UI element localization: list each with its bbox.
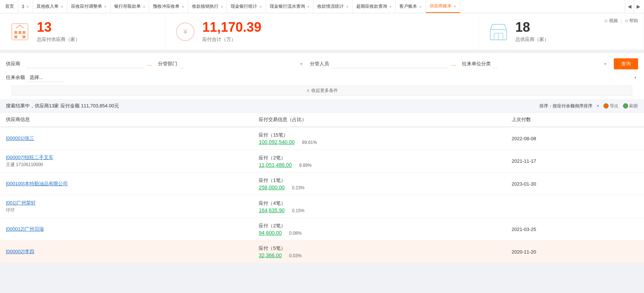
customer-account-label: 客户账本: [399, 3, 417, 10]
stat-block-payable-total: ¥ 11,170.39 应付合计（万）: [165, 13, 479, 50]
results-info: 搜索结果中，供应商13家 应付金额 111,703,854.00元: [6, 103, 119, 109]
nav-tab-adjustment[interactable]: 应收应付调整单 ×: [67, 0, 111, 13]
supplier-link[interactable]: [000001]张三: [6, 135, 34, 141]
supplier-label: 供应商: [6, 61, 24, 67]
supplier-input[interactable]: [27, 59, 144, 68]
nav-tab-cash-stat[interactable]: 现金银行统计 ×: [227, 0, 266, 13]
supplier-link[interactable]: [001]广州荣轩: [6, 200, 36, 206]
nav-arrow-right[interactable]: ▶: [634, 0, 643, 13]
nav-tab-cash-flow[interactable]: 现金银行流水查询 ×: [266, 0, 314, 13]
close-prepay[interactable]: ×: [182, 4, 184, 9]
close-bank[interactable]: ×: [143, 4, 145, 9]
table-row: [000100]本特勤油品有限公司 应付（1笔） 258,000.00 0.23…: [0, 173, 644, 195]
close-cash-flow[interactable]: ×: [307, 4, 309, 9]
nav-tab-3[interactable]: 3 ×: [18, 0, 33, 13]
category-select[interactable]: [493, 59, 497, 68]
nav-tab-other-income[interactable]: 其他收入单 ×: [33, 0, 67, 13]
export-icon: [603, 103, 609, 108]
table-body: [000001]张三 应付（15笔） 100,092,540.00 89.61%…: [0, 127, 644, 263]
pay-amount-link[interactable]: 94,600.00: [259, 230, 281, 236]
svg-rect-1: [14, 31, 17, 34]
svg-rect-3: [22, 31, 25, 34]
query-button[interactable]: 查询: [614, 58, 638, 69]
supplier-link[interactable]: [000012]广州贝瑞: [6, 226, 44, 232]
store-icon: [487, 21, 510, 43]
nav-tab-customer-account[interactable]: 客户账本 ×: [396, 0, 426, 13]
video-link[interactable]: ⊙ 视频: [604, 18, 617, 24]
supplier-icon: [9, 21, 31, 43]
balance-select[interactable]: 选择...: [27, 73, 64, 82]
last-pay-cell: 2020-11-20: [512, 249, 638, 255]
nav-tab-supplier-account[interactable]: 供应商账本 ×: [426, 0, 460, 13]
close-receipt-exec[interactable]: ×: [221, 4, 223, 9]
category-label: 往来单位分类: [462, 61, 491, 67]
person-dots-btn[interactable]: ...: [451, 61, 456, 67]
close-adjustment[interactable]: ×: [104, 4, 106, 9]
close-supplier-account[interactable]: ×: [454, 4, 456, 8]
payable-suppliers-number: 13: [37, 21, 80, 34]
department-select[interactable]: [179, 59, 184, 68]
main-content: 13 总应付供应商（家） ¥ 11,170.39 应付合计（万）: [0, 13, 644, 293]
supplier-cell: [000012]广州贝瑞: [6, 226, 259, 232]
top-navigation: 首页 3 × 其他收入单 × 应收应付调整单 × 银行存取款单 × 预收冲应收单…: [0, 0, 644, 13]
collapse-btn[interactable]: ∧ 收起更多条件: [12, 86, 632, 96]
tab-3-label: 3: [22, 4, 24, 9]
pay-label: 应付（15笔）: [259, 132, 511, 138]
pay-amount-link[interactable]: 258,000.00: [259, 185, 284, 190]
category-field: 往来单位分类: [462, 59, 608, 68]
total-suppliers-label: 总供应商（家）: [515, 36, 549, 43]
export-label: 导出: [610, 103, 619, 109]
balance-field: 往来余额 选择...: [6, 73, 638, 82]
svg-rect-2: [18, 31, 21, 34]
pay-percent: 0.08%: [289, 231, 302, 236]
balance-label: 往来余额: [6, 74, 25, 81]
supplier-link[interactable]: [000002]李四: [6, 249, 34, 254]
supplier-cell: [000100]本特勤油品有限公司: [6, 180, 259, 187]
refresh-button[interactable]: 刷新: [623, 103, 638, 109]
collapse-label: ∧ 收起更多条件: [306, 88, 337, 93]
close-receipt-stat[interactable]: ×: [346, 4, 348, 9]
supplier-field: 供应商 ...: [6, 59, 152, 68]
receipt-exec-label: 收款核销执行: [192, 3, 218, 10]
close-customer-account[interactable]: ×: [419, 4, 421, 9]
close-other-income[interactable]: ×: [61, 4, 63, 9]
pay-row: 100,092,540.00 89.61%: [259, 138, 511, 145]
pay-amount-link[interactable]: 11,051,486.00: [259, 162, 292, 168]
category-select-wrapper: [493, 59, 608, 68]
table-row: [000002]李四 应付（5笔） 32,366.00 0.03% 2020-1…: [0, 241, 644, 263]
close-tab-3[interactable]: ×: [27, 4, 29, 9]
nav-tab-receipt-exec[interactable]: 收款核销执行 ×: [188, 0, 227, 13]
nav-tab-receipt-stat[interactable]: 收款情况统计 ×: [314, 0, 352, 13]
nav-tab-bank[interactable]: 银行存取款单 ×: [111, 0, 149, 13]
supplier-account-label: 供应商账本: [430, 3, 452, 9]
export-button[interactable]: 导出: [603, 103, 619, 109]
pay-row: 11,051,486.00 9.89%: [259, 161, 511, 168]
pay-amount-link[interactable]: 100,092,540.00: [259, 139, 294, 145]
close-overdue[interactable]: ×: [389, 4, 392, 9]
refresh-label: 刷新: [629, 103, 638, 109]
supplier-cell: [000007]恒旺二手叉车 王通 17106110000: [6, 154, 259, 168]
department-label: 分管部门: [158, 61, 177, 67]
close-cash-stat[interactable]: ×: [259, 4, 262, 9]
table-row: [001]广州荣轩 仔仔 应付（4笔） 164,635.90 0.15%: [0, 195, 644, 218]
total-suppliers-content: 18 总供应商（家）: [515, 21, 549, 43]
supplier-link[interactable]: [000100]本特勤油品有限公司: [6, 181, 68, 186]
pay-info-cell: 应付（4笔） 164,635.90 0.15%: [259, 200, 511, 213]
nav-tab-prepay[interactable]: 预收冲应收单 ×: [149, 0, 188, 13]
pay-amount-link[interactable]: 32,366.00: [259, 252, 281, 258]
supplier-dots-btn[interactable]: ...: [147, 61, 152, 67]
pay-amount-link[interactable]: 164,635.90: [259, 207, 284, 213]
help-link[interactable]: ⊙ 帮助: [625, 18, 638, 24]
cash-stat-label: 现金银行统计: [231, 3, 257, 10]
pay-label: 应付（5笔）: [259, 245, 511, 252]
nav-tab-home[interactable]: 首页: [1, 0, 18, 13]
person-input[interactable]: [331, 59, 448, 68]
bank-label: 银行存取款单: [114, 3, 141, 10]
pay-percent: 0.15%: [292, 208, 304, 213]
svg-text:¥: ¥: [183, 28, 188, 35]
supplier-link[interactable]: [000007]恒旺二手叉车: [6, 155, 53, 160]
nav-tab-overdue[interactable]: 超期应收款查询 ×: [353, 0, 396, 13]
nav-arrow-left[interactable]: ◀: [625, 0, 634, 13]
col-last-pay: 上次付数: [512, 116, 638, 123]
supplier-sub: 仔仔: [6, 207, 259, 213]
